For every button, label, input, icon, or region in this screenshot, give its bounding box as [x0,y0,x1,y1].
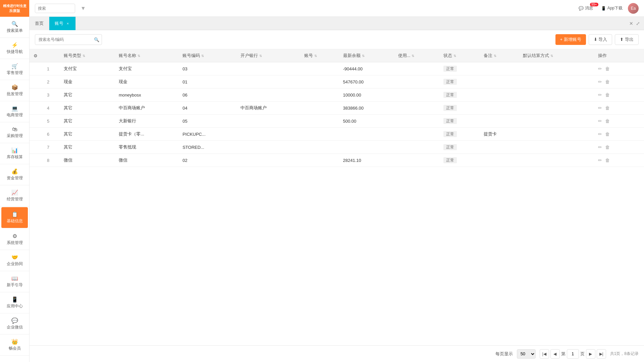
table-body: 1 支付宝 支付宝 03 -90444.00 正常 ✏ 🗑 2 现金 现金 01… [30,62,644,167]
maximize-icon[interactable]: ⤢ [636,21,640,26]
th-account-code[interactable]: 账号编码 ⇅ [178,49,236,62]
export-button[interactable]: ⬆ 导出 [615,34,639,45]
user-avatar[interactable]: Ea [628,3,639,14]
tab-close-icon[interactable]: × [65,21,70,26]
page-size-select[interactable]: 50 10 20 100 [517,349,536,359]
row-remark [480,154,519,167]
sidebar-item-purchase-mgmt[interactable]: 🛍 采购管理 [0,122,29,143]
sidebar-item-finance-mgmt[interactable]: 💰 资金管理 [0,164,29,185]
sidebar-item-wholesale-mgmt[interactable]: 📦 批发管理 [0,80,29,101]
row-settings [30,128,43,141]
th-status[interactable]: 状态 ⇅ [439,49,479,62]
sidebar-item-basic-info[interactable]: 📋 基础信息 [1,207,28,228]
row-remark [480,102,519,115]
row-account-number [300,75,339,88]
edit-button[interactable]: ✏ [598,105,602,111]
delete-button[interactable]: 🗑 [605,105,610,111]
delete-button[interactable]: 🗑 [605,66,610,71]
th-opening-bank[interactable]: 开户银行 ⇅ [236,49,300,62]
app-download-button[interactable]: 📱 App下载 [601,5,623,11]
th-latest-balance[interactable]: 最新余额 ⇅ [339,49,394,62]
prev-page-button[interactable]: ◀ [550,349,560,359]
th-account-type[interactable]: 账号类型 ⇅ [60,49,115,62]
row-index: 8 [43,154,60,167]
row-opening-bank [236,62,300,75]
purchase-icon: 🛍 [3,126,26,132]
delete-button[interactable]: 🗑 [605,131,610,137]
last-page-button[interactable]: ▶| [597,349,606,359]
sidebar-item-quick-nav[interactable]: ⚡ 快捷导航 [0,38,29,59]
import-button[interactable]: ⬇ 导入 [589,34,612,45]
sidebar-item-search-menu[interactable]: 🔍 搜索菜单 [0,17,29,38]
row-account-number [300,128,339,141]
th-account-number[interactable]: 账号 ⇅ [300,49,339,62]
edit-button[interactable]: ✏ [598,79,602,84]
next-page-button[interactable]: ▶ [586,349,595,359]
dropdown-icon[interactable]: ▼ [80,5,86,11]
add-account-button[interactable]: + 新增账号 [555,34,586,45]
row-status: 正常 [439,75,479,88]
sidebar-item-beginner-guide[interactable]: 📖 新手引导 [0,271,29,292]
edit-button[interactable]: ✏ [598,131,602,137]
table-row: 3 其它 moneybosx 06 10000.00 正常 ✏ 🗑 [30,88,644,102]
close-all-icon[interactable]: ✕ [629,21,633,26]
row-usage [394,154,440,167]
th-remark-label: 备注 [484,53,492,59]
delete-button[interactable]: 🗑 [605,118,610,124]
row-usage [394,141,440,154]
edit-button[interactable]: ✏ [598,66,602,71]
logo-text: 精准进行时生意 乐滚版 [3,4,26,13]
sidebar-item-inventory[interactable]: 📊 库存核算 [0,143,29,164]
row-remark [480,62,519,75]
status-badge: 正常 [443,144,457,150]
edit-button[interactable]: ✏ [598,144,602,150]
account-table: ⚙ 账号类型 ⇅ 账号名称 ⇅ [30,49,644,167]
row-account-name: 大新银行 [115,115,178,128]
edit-button[interactable]: ✏ [598,92,602,98]
th-remark[interactable]: 备注 ⇅ [480,49,519,62]
delete-button[interactable]: 🗑 [605,92,610,98]
page-number-input[interactable] [567,349,579,359]
sidebar-item-retail-mgmt[interactable]: 🛒 零售管理 [0,59,29,80]
row-index: 7 [43,141,60,154]
first-page-button[interactable]: |◀ [540,349,549,359]
sidebar-item-enterprise-wechat[interactable]: 💬 企业微信 [0,313,29,335]
delete-button[interactable]: 🗑 [605,158,610,163]
sidebar-item-ecommerce-mgmt[interactable]: 💻 电商管理 [0,101,29,122]
delete-button[interactable]: 🗑 [605,144,610,150]
sidebar-item-vip-member[interactable]: 👑 畅会员 [0,335,29,356]
th-default-settlement[interactable]: 默认结算方式 ⇅ [519,49,594,62]
row-account-name: 现金 [115,75,178,88]
message-button[interactable]: 💬 消息 99+ [579,5,596,11]
row-remark: 提货卡 [480,128,519,141]
th-default-settlement-label: 默认结算方式 [523,53,549,59]
search-icon[interactable]: 🔍 [94,37,99,42]
delete-button[interactable]: 🗑 [605,79,610,84]
sidebar-item-operations-mgmt[interactable]: 📈 经营管理 [0,185,29,206]
row-account-code: 03 [178,62,236,75]
sidebar-item-label: 应用中心 [7,304,23,308]
th-account-name[interactable]: 账号名称 ⇅ [115,49,178,62]
th-settings[interactable]: ⚙ [30,49,43,62]
row-action: ✏ 🗑 [594,88,644,102]
th-usage[interactable]: 使用... ⇅ [394,49,440,62]
row-latest-balance: 383866.00 [339,102,394,115]
sidebar-item-enterprise-agreement[interactable]: 🤝 企业协同 [0,250,29,271]
row-index: 6 [43,128,60,141]
row-latest-balance [339,141,394,154]
tab-account[interactable]: 账号 × [49,17,76,30]
edit-button[interactable]: ✏ [598,118,602,124]
sidebar-item-label: 搜索菜单 [7,28,23,33]
tab-home[interactable]: 首页 [30,17,49,30]
row-default-settlement [519,75,594,88]
enterprise-icon: 🤝 [3,254,26,260]
sidebar-item-app-center[interactable]: 📱 应用中心 [0,292,29,313]
top-search-input[interactable] [35,4,75,13]
row-account-type: 现金 [60,75,115,88]
settings-icon: ⚙ [34,53,38,58]
sidebar-item-system-mgmt[interactable]: ⚙ 系统管理 [0,229,29,250]
inventory-icon: 📊 [3,147,26,154]
finance-icon: 💰 [3,168,26,175]
edit-button[interactable]: ✏ [598,158,602,163]
search-input[interactable] [35,34,102,45]
